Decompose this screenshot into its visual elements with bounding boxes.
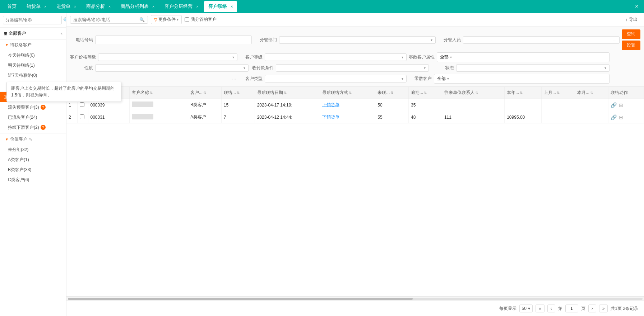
main-search-input[interactable] (73, 17, 138, 22)
price-grade-label: 客户价格等级 (70, 54, 98, 60)
info-icon-2: ? (41, 105, 46, 110)
action-grid-icon-2[interactable]: ⊞ (619, 114, 623, 120)
main-search-icon[interactable]: 🔍 (139, 17, 145, 22)
nav-customer-segment-close[interactable]: × (196, 4, 198, 9)
th-last-month[interactable]: 上月...⇅ (541, 87, 575, 99)
th-last-contact-method[interactable]: 最后联络方式⇅ (320, 87, 375, 99)
dept-select[interactable]: ▾ (279, 36, 436, 44)
action-chat-icon-2[interactable]: 🔗 (611, 114, 617, 120)
nav-customer-contact-close[interactable]: × (231, 4, 233, 9)
phone-input[interactable] (95, 36, 252, 44)
cell-uncontacted-2: 55 (375, 111, 409, 123)
sidebar-group-value-customers[interactable]: ▼ 价值客户 ✎ (0, 134, 66, 145)
row-checkbox-1[interactable] (80, 102, 84, 107)
nav-purchase-close[interactable]: × (74, 4, 76, 9)
action-chat-icon-1[interactable]: 🔗 (611, 102, 617, 108)
filter-field-scatter-customer: 零散客户 全部 ▾ (409, 74, 610, 84)
cell-checkbox-2 (77, 111, 88, 123)
window-close-button[interactable]: × (632, 2, 641, 11)
sidebar-collapse-icon[interactable]: « (60, 32, 62, 36)
tooltip-box: 距客户上次交易时长，超过了此客户的平均交易周期的1.5倍，则视为异常。 (6, 82, 66, 102)
per-page-select[interactable]: 50 ▾ (519, 305, 533, 312)
date-sort-icon: ⇅ (284, 91, 287, 95)
lmonth-sort-icon: ⇅ (557, 91, 560, 95)
nav-analysis-list-close[interactable]: × (152, 4, 154, 9)
customer-grade-chevron-icon: ▾ (402, 55, 403, 59)
nav-sales-close[interactable]: × (44, 4, 46, 9)
scatter-customer-select[interactable]: 全部 ▾ (434, 74, 610, 84)
scrollbar-track (68, 298, 643, 300)
filter-field-dept: 分管部门 ▾ (254, 36, 436, 44)
scatter-attr-select[interactable]: 全部 ▾ (437, 52, 610, 62)
sidebar-group-pending-contact[interactable]: ▼ 待联络客户 (0, 40, 66, 50)
th-name[interactable]: 客户名称⇅ (130, 87, 188, 99)
nav-customer-contact[interactable]: 客户联络 × (204, 1, 237, 12)
sidebar-search-button[interactable]: 🔍 (63, 17, 66, 23)
page-number-input[interactable] (565, 305, 578, 312)
next-page-button[interactable]: › (588, 305, 596, 312)
customer-grade-select[interactable]: ▾ (265, 53, 407, 61)
cell-method-2[interactable]: 下销货单 (320, 111, 375, 123)
row-checkbox-2[interactable] (80, 114, 84, 119)
contact-method-link-1[interactable]: 下销货单 (322, 102, 339, 107)
contact-method-link-2[interactable]: 下销货单 (322, 114, 339, 119)
th-this-year[interactable]: 本年...⇅ (505, 87, 542, 99)
prev-page-button[interactable]: ‹ (547, 305, 555, 312)
th-overdue[interactable]: 逾期...⇅ (409, 87, 442, 99)
sidebar-item-churn-warning[interactable]: 流失预警客户(3) ? (0, 102, 66, 112)
payment-select[interactable]: ▾ (276, 64, 429, 72)
sidebar-item-class-b[interactable]: B类客户(33) (0, 165, 66, 175)
th-unit-contacts[interactable]: 往来单位联系人⇅ (442, 87, 504, 99)
filter-field-more: ··· (70, 76, 237, 81)
customer-grade-label: 客户等级 (240, 54, 265, 60)
sidebar-item-tomorrow-contact[interactable]: 明天待联络(1) (0, 60, 66, 70)
manager-select[interactable]: ··· (463, 36, 620, 44)
status-select[interactable]: ▾ (456, 64, 610, 72)
customer-type-chevron-icon: ▾ (402, 77, 403, 81)
first-page-button[interactable]: « (536, 305, 545, 312)
th-uncontacted[interactable]: 未联...⇅ (375, 87, 409, 99)
nav-customer-segment[interactable]: 客户分层经营 × (160, 1, 203, 12)
sidebar-item-7days-contact[interactable]: 近7天待联络(0) (0, 70, 66, 80)
th-this-month[interactable]: 本月...⇅ (575, 87, 608, 99)
sidebar-search-input[interactable] (3, 16, 62, 24)
sidebar-item-class-c[interactable]: C类客户(6) (0, 175, 66, 185)
nav-analysis-list[interactable]: 商品分析列表 × (116, 1, 159, 12)
export-button[interactable]: ↑ 导出 (622, 15, 640, 24)
my-customers-checkbox[interactable] (185, 17, 189, 22)
sidebar-item-churned[interactable]: 已流失客户(24) (0, 112, 66, 122)
price-grade-select[interactable]: ▾ (98, 53, 237, 61)
filter-row-1: 电话号码 分管部门 ▾ 分管人员 ··· (70, 29, 640, 50)
scrollbar-thumb[interactable] (68, 298, 413, 300)
query-button[interactable]: 查询 (622, 29, 640, 39)
nav-purchase[interactable]: 进货单 × (52, 1, 80, 12)
cell-date-1: 2023-04-17 14:19: (255, 99, 320, 111)
sidebar-item-class-a[interactable]: A类客户(1) (0, 155, 66, 165)
horizontal-scrollbar[interactable] (66, 296, 644, 301)
gender-select[interactable]: ▾ (95, 64, 249, 72)
customer-table: ⚙ 客户编码⇅ 客户名称⇅ 客户...⇅ 联络...⇅ 最后 (66, 87, 644, 123)
nav-analysis[interactable]: 商品分析 × (82, 1, 115, 12)
status-label: 状态 (431, 65, 456, 71)
table-row: 1 000039 B类客户 15 2023-04-17 14:19: 下销货单 (66, 99, 644, 111)
cell-method-1[interactable]: 下销货单 (320, 99, 375, 111)
sidebar-item-declining[interactable]: 持续下滑客户(2) ? (0, 122, 66, 132)
nav-home[interactable]: 首页 (3, 1, 21, 12)
more-conditions-button[interactable]: ▽ 更多条件 ▾ (151, 15, 182, 24)
sidebar-item-today-contact[interactable]: 今天待联络(0) (0, 50, 66, 60)
th-last-contact-date[interactable]: 最后联络日期⇅ (255, 87, 320, 99)
manager-more-icon[interactable]: ··· (613, 38, 616, 42)
action-grid-icon-1[interactable]: ⊞ (619, 102, 623, 108)
last-page-button[interactable]: » (599, 305, 608, 312)
filter-field-scatter-attr: 零散客户属性 全部 ▾ (409, 52, 610, 62)
nav-sales[interactable]: 销货单 × (22, 1, 51, 12)
sidebar-item-ungrouped[interactable]: 未分组(32) (0, 145, 66, 155)
customer-type-select[interactable]: ▾ (265, 75, 407, 82)
nav-analysis-close[interactable]: × (108, 4, 111, 9)
sidebar-all-customers[interactable]: ⊞ 全部客户 « (0, 28, 66, 40)
more-button[interactable]: ··· (231, 76, 237, 81)
edit-icon[interactable]: ✎ (29, 137, 32, 142)
th-customer-type[interactable]: 客户...⇅ (188, 87, 221, 99)
settings-button[interactable]: 设置 (622, 41, 640, 50)
th-contact[interactable]: 联络...⇅ (221, 87, 255, 99)
